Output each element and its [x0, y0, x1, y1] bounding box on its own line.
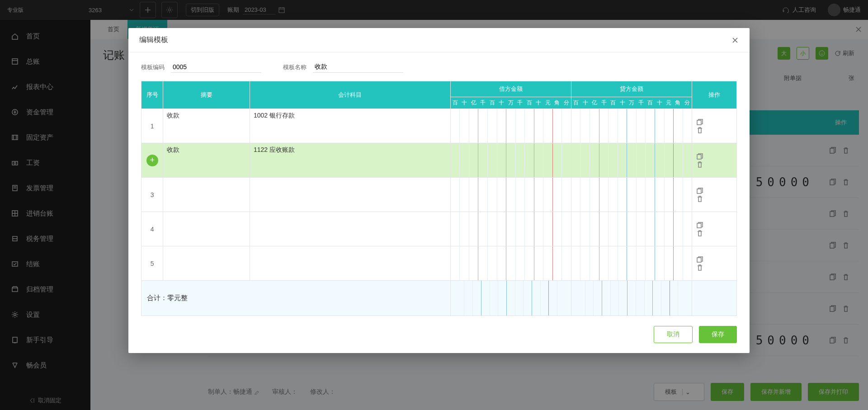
cancel-button[interactable]: 取消 — [654, 326, 693, 343]
unit-header: 百 — [525, 99, 534, 107]
abstract-cell[interactable] — [163, 178, 250, 212]
trash-icon[interactable] — [696, 160, 704, 169]
row-index: + — [142, 143, 163, 178]
abstract-cell[interactable] — [163, 246, 250, 281]
unit-header: 亿 — [590, 99, 599, 107]
unit-header: 十 — [534, 99, 543, 107]
modal-header: 编辑模板 — [128, 28, 750, 52]
modal-save-button[interactable]: 保存 — [699, 326, 737, 343]
trash-icon[interactable] — [696, 195, 704, 203]
trash-icon[interactable] — [696, 264, 704, 272]
row-index: 1 — [142, 109, 163, 143]
credit-cell[interactable] — [571, 178, 692, 212]
unit-header: 分 — [683, 99, 692, 107]
copy-icon[interactable] — [696, 255, 704, 264]
template-table: 序号 摘要 会计科目 借方金额 贷方金额 操作 百十亿千百十万千百十元角分 百十… — [141, 81, 737, 316]
unit-header: 十 — [460, 99, 469, 107]
unit-header: 万 — [627, 99, 636, 107]
abstract-cell[interactable]: 收款 — [163, 143, 250, 178]
th-debit-units: 百十亿千百十万千百十元角分 — [450, 97, 571, 109]
template-row[interactable]: 4 — [142, 212, 737, 246]
unit-header: 十 — [655, 99, 664, 107]
unit-header: 千 — [478, 99, 487, 107]
row-op — [692, 246, 737, 281]
unit-header: 十 — [580, 99, 590, 107]
copy-icon[interactable] — [696, 118, 704, 126]
account-cell[interactable]: 1002 银行存款 — [250, 109, 450, 143]
th-op: 操作 — [692, 81, 737, 109]
credit-cell[interactable] — [571, 212, 692, 246]
template-row[interactable]: 5 — [142, 246, 737, 281]
debit-cell[interactable] — [450, 212, 571, 246]
modal-footer: 取消 保存 — [128, 321, 750, 353]
unit-header: 百 — [451, 99, 460, 107]
account-cell[interactable]: 1122 应收账款 — [250, 143, 450, 178]
unit-header: 元 — [543, 99, 552, 107]
template-row[interactable]: 3 — [142, 178, 737, 212]
svg-rect-25 — [697, 189, 701, 193]
unit-header: 千 — [636, 99, 645, 107]
template-row[interactable]: +收款1122 应收账款 — [142, 143, 737, 178]
template-code-input[interactable] — [171, 61, 261, 73]
unit-header: 角 — [552, 99, 561, 107]
abstract-text: 收款 — [167, 146, 179, 153]
th-debit: 借方金额 — [450, 81, 571, 97]
credit-cell[interactable] — [571, 109, 692, 143]
svg-rect-27 — [697, 258, 701, 262]
row-index: 5 — [142, 246, 163, 281]
unit-header: 千 — [599, 99, 608, 107]
template-code-label: 模板编码 — [141, 63, 165, 71]
unit-header: 万 — [506, 99, 515, 107]
svg-rect-23 — [697, 120, 701, 125]
debit-cell[interactable] — [450, 246, 571, 281]
svg-rect-24 — [697, 155, 701, 159]
debit-cell[interactable] — [450, 178, 571, 212]
account-cell[interactable] — [250, 246, 450, 281]
total-text: 零元整 — [167, 294, 188, 302]
copy-icon[interactable] — [696, 221, 704, 229]
abstract-cell[interactable]: 收款 — [163, 109, 250, 143]
trash-icon[interactable] — [696, 126, 704, 134]
unit-header: 元 — [664, 99, 673, 107]
template-name-label: 模板名称 — [283, 63, 307, 71]
template-name-input[interactable] — [313, 61, 403, 73]
account-cell[interactable] — [250, 178, 450, 212]
modal-close-button[interactable] — [731, 37, 739, 44]
modal-title: 编辑模板 — [139, 35, 168, 45]
unit-header: 百 — [646, 99, 655, 107]
total-cell: 合计：零元整 — [142, 281, 451, 316]
account-text: 1002 银行存款 — [254, 112, 295, 119]
unit-header: 百 — [609, 99, 618, 107]
row-index: 4 — [142, 212, 163, 246]
unit-header: 百 — [571, 99, 580, 107]
row-op — [692, 143, 737, 178]
edit-template-modal: 编辑模板 模板编码 模板名称 序号 摘要 — [128, 28, 750, 353]
th-abstract: 摘要 — [163, 81, 250, 109]
account-text: 1122 应收账款 — [254, 146, 295, 153]
modal-form: 模板编码 模板名称 — [141, 61, 737, 73]
row-op — [692, 178, 737, 212]
th-credit: 贷方金额 — [571, 81, 692, 97]
th-account: 会计科目 — [250, 81, 450, 109]
debit-cell[interactable] — [450, 109, 571, 143]
row-index: 3 — [142, 178, 163, 212]
credit-cell[interactable] — [571, 143, 692, 178]
copy-icon[interactable] — [696, 187, 704, 195]
add-row-button[interactable]: + — [146, 155, 158, 166]
th-credit-units: 百十亿千百十万千百十元角分 — [571, 97, 692, 109]
svg-rect-26 — [697, 223, 701, 228]
trash-icon[interactable] — [696, 229, 704, 237]
debit-cell[interactable] — [450, 143, 571, 178]
copy-icon[interactable] — [696, 152, 704, 160]
template-row[interactable]: 1收款1002 银行存款 — [142, 109, 737, 143]
close-icon — [731, 37, 739, 44]
total-credit — [571, 281, 692, 316]
row-op — [692, 212, 737, 246]
unit-header: 亿 — [469, 99, 478, 107]
unit-header: 分 — [562, 99, 571, 107]
abstract-cell[interactable] — [163, 212, 250, 246]
abstract-text: 收款 — [167, 112, 179, 119]
row-op — [692, 109, 737, 143]
credit-cell[interactable] — [571, 246, 692, 281]
account-cell[interactable] — [250, 212, 450, 246]
